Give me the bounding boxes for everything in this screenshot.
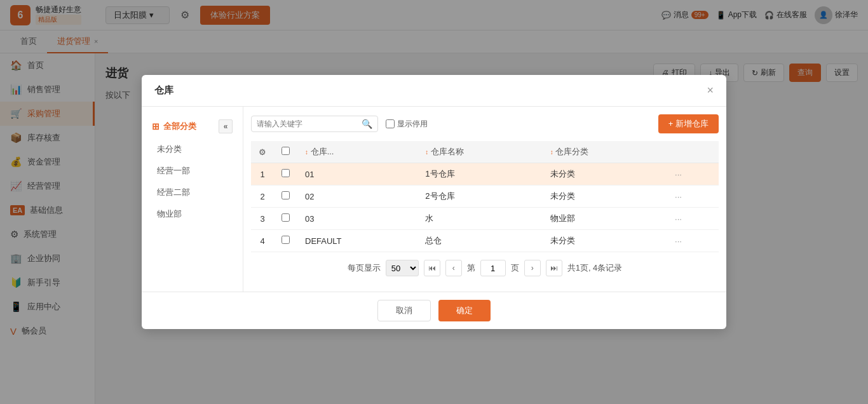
cat-item-unclassified[interactable]: 未分类	[142, 138, 243, 160]
table-container: ⚙ ↕ 仓库... ↕	[251, 141, 719, 252]
row-more[interactable]: ···	[667, 185, 719, 208]
page-number-input[interactable]	[480, 260, 506, 276]
search-input[interactable]	[257, 119, 362, 128]
row-checkbox[interactable]	[281, 169, 290, 177]
more-icon[interactable]: ···	[675, 214, 682, 224]
sort-icon-category: ↕	[550, 149, 553, 156]
col-gear: ⚙	[251, 141, 274, 163]
warehouse-table: ⚙ ↕ 仓库... ↕	[251, 141, 719, 252]
next-page-button[interactable]: ›	[524, 260, 541, 276]
last-page-button[interactable]: ⏭	[546, 260, 562, 276]
row-check	[274, 230, 297, 252]
sort-icon-name: ↕	[425, 149, 428, 156]
cancel-button[interactable]: 取消	[377, 300, 431, 321]
warehouse-code: DEFAULT	[297, 230, 417, 252]
warehouse-category: 未分类	[543, 230, 667, 252]
prev-page-button[interactable]: ‹	[445, 260, 462, 276]
modal-body: ⊞ 全部分类 « 未分类 经营一部 经营二部 物业部	[142, 107, 726, 292]
warehouse-code: 02	[297, 185, 417, 208]
warehouse-name: 1号仓库	[417, 163, 542, 185]
cat-item-dept1[interactable]: 经营一部	[142, 160, 243, 182]
add-warehouse-button[interactable]: + 新增仓库	[658, 114, 719, 133]
col-code: ↕ 仓库...	[297, 141, 417, 163]
row-check	[274, 208, 297, 230]
modal-title: 仓库	[154, 84, 173, 97]
row-checkbox[interactable]	[281, 191, 290, 199]
more-icon[interactable]: ···	[675, 170, 682, 179]
row-checkbox[interactable]	[281, 213, 290, 222]
row-more[interactable]: ···	[667, 208, 719, 230]
row-checkbox[interactable]	[281, 236, 290, 244]
confirm-button[interactable]: 确定	[438, 300, 491, 321]
more-icon[interactable]: ···	[675, 192, 682, 201]
search-icon[interactable]: 🔍	[362, 119, 372, 129]
row-check	[274, 163, 297, 185]
per-page-select[interactable]: 50 10 20 100	[386, 260, 419, 276]
table-area: 🔍 显示停用 + 新增仓库 ⚙	[243, 107, 726, 292]
show-disabled-checkbox[interactable]	[386, 119, 395, 128]
modal-overlay[interactable]: 仓库 × ⊞ 全部分类 « 未分类 经营一部 经营二部	[0, 0, 868, 404]
show-disabled-label: 显示停用	[386, 119, 428, 130]
cat-item-dept2[interactable]: 经营二部	[142, 182, 243, 203]
select-all-checkbox[interactable]	[281, 147, 290, 155]
first-page-button[interactable]: ⏮	[424, 260, 440, 276]
row-num: 3	[251, 208, 274, 230]
gear-icon[interactable]: ⚙	[259, 147, 266, 157]
sort-icon-code: ↕	[305, 149, 308, 156]
table-header: ⚙ ↕ 仓库... ↕	[251, 141, 719, 163]
row-num: 2	[251, 185, 274, 208]
warehouse-modal: 仓库 × ⊞ 全部分类 « 未分类 经营一部 经营二部	[142, 75, 726, 329]
table-row[interactable]: 1 01 1号仓库 未分类 ···	[251, 163, 719, 185]
collapse-button[interactable]: «	[219, 119, 233, 133]
row-more[interactable]: ···	[667, 163, 719, 185]
col-category: ↕ 仓库分类	[543, 141, 667, 163]
row-more[interactable]: ···	[667, 230, 719, 252]
cat-item-property[interactable]: 物业部	[142, 203, 243, 225]
warehouse-name: 总仓	[417, 230, 542, 252]
table-row[interactable]: 2 02 2号仓库 未分类 ···	[251, 185, 719, 208]
modal-header: 仓库 ×	[142, 75, 726, 107]
modal-close-button[interactable]: ×	[707, 84, 714, 97]
table-body: 1 01 1号仓库 未分类 ··· 2	[251, 163, 719, 252]
row-num: 1	[251, 163, 274, 185]
warehouse-category: 未分类	[543, 163, 667, 185]
row-check	[274, 185, 297, 208]
table-row[interactable]: 4 DEFAULT 总仓 未分类 ···	[251, 230, 719, 252]
row-num: 4	[251, 230, 274, 252]
category-sidebar: ⊞ 全部分类 « 未分类 经营一部 经营二部 物业部	[142, 107, 243, 292]
col-name: ↕ 仓库名称	[417, 141, 542, 163]
search-box: 🔍	[251, 116, 378, 132]
warehouse-code: 03	[297, 208, 417, 230]
modal-footer: 取消 确定	[142, 292, 726, 329]
table-toolbar: 🔍 显示停用 + 新增仓库	[251, 114, 719, 133]
col-checkbox	[274, 141, 297, 163]
warehouse-name: 2号仓库	[417, 185, 542, 208]
table-row[interactable]: 3 03 水 物业部 ···	[251, 208, 719, 230]
warehouse-name: 水	[417, 208, 542, 230]
warehouse-category: 物业部	[543, 208, 667, 230]
grid-icon: ⊞	[152, 121, 159, 131]
more-icon[interactable]: ···	[675, 236, 682, 246]
warehouse-category: 未分类	[543, 185, 667, 208]
warehouse-code: 01	[297, 163, 417, 185]
pagination: 每页显示 50 10 20 100 ⏮ ‹ 第 页 › ⏭ 共1页, 4条记录	[251, 252, 719, 284]
col-actions	[667, 141, 719, 163]
all-category-header[interactable]: ⊞ 全部分类 «	[142, 114, 243, 138]
